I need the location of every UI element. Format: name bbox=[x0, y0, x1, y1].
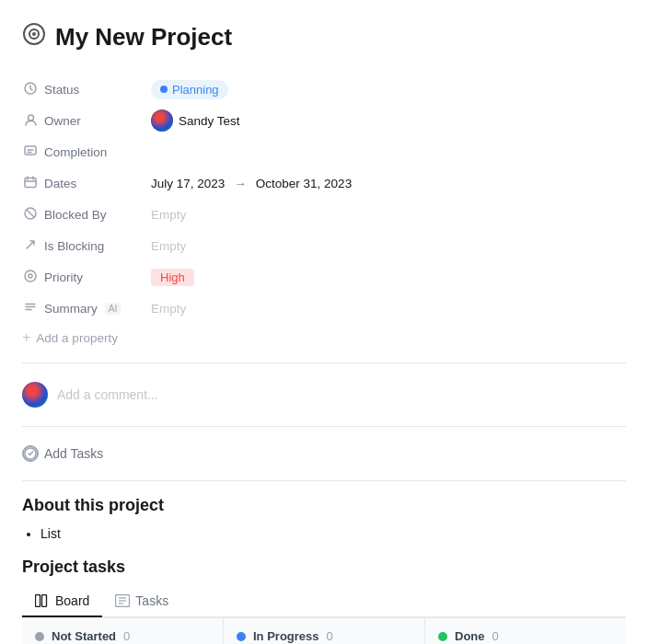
add-tasks-label[interactable]: Add Tasks bbox=[44, 446, 103, 461]
tasks-icon bbox=[115, 594, 130, 607]
about-section: About this project List bbox=[22, 496, 626, 543]
svg-point-2 bbox=[32, 32, 36, 36]
comment-placeholder[interactable]: Add a comment... bbox=[57, 387, 158, 402]
project-icon bbox=[22, 22, 46, 52]
page-title: My New Project bbox=[55, 23, 232, 52]
ai-badge: AI bbox=[105, 303, 121, 315]
property-priority-row: Priority High bbox=[22, 261, 626, 293]
kanban-container: Not Started 0 + New In Progress 0 + New bbox=[22, 617, 626, 644]
property-status-row: Status Planning bbox=[22, 74, 626, 105]
summary-value[interactable]: Empty bbox=[151, 302, 186, 316]
properties-section: Status Planning Owner S bbox=[22, 74, 626, 351]
priority-icon bbox=[22, 270, 39, 285]
owner-icon bbox=[22, 113, 39, 129]
list-item[interactable]: List bbox=[40, 524, 626, 543]
svg-rect-13 bbox=[42, 595, 47, 607]
date-start: July 17, 2023 bbox=[151, 177, 225, 190]
date-end: October 31, 2023 bbox=[256, 177, 352, 190]
col-count-not-started: 0 bbox=[123, 629, 130, 643]
tab-board[interactable]: Board bbox=[22, 586, 102, 617]
status-value[interactable]: Planning bbox=[151, 80, 228, 99]
dates-icon bbox=[22, 176, 39, 191]
divider-1 bbox=[22, 362, 626, 363]
priority-value[interactable]: High bbox=[151, 269, 194, 286]
property-blocked-by-row: Blocked By Empty bbox=[22, 199, 626, 230]
is-blocking-icon bbox=[22, 238, 39, 254]
status-badge[interactable]: Planning bbox=[151, 80, 228, 99]
col-header-done: Done 0 bbox=[438, 629, 613, 643]
summary-label: Summary AI bbox=[22, 301, 151, 316]
col-title-in-progress: In Progress bbox=[253, 629, 319, 643]
tabs-row: Board Tasks bbox=[22, 586, 626, 617]
col-dot-in-progress bbox=[237, 632, 246, 641]
completion-icon bbox=[22, 144, 39, 160]
about-list: List bbox=[22, 524, 626, 543]
blocked-by-value[interactable]: Empty bbox=[151, 208, 186, 222]
kanban-column-done: Done 0 + New bbox=[425, 618, 626, 644]
col-dot-not-started bbox=[35, 632, 44, 641]
tab-board-label: Board bbox=[55, 593, 89, 608]
avatar bbox=[151, 109, 173, 132]
col-header-in-progress: In Progress 0 bbox=[237, 629, 411, 643]
comment-avatar bbox=[22, 382, 48, 408]
summary-icon bbox=[22, 301, 39, 316]
property-completion-row: Completion bbox=[22, 136, 626, 167]
project-tasks-section: Project tasks Board Tasks bbox=[22, 558, 626, 644]
col-header-not-started: Not Started 0 bbox=[35, 629, 210, 643]
project-tasks-title: Project tasks bbox=[22, 558, 626, 577]
svg-line-8 bbox=[27, 210, 34, 217]
kanban-column-not-started: Not Started 0 + New bbox=[22, 618, 224, 644]
dates-arrow: → bbox=[234, 177, 247, 190]
board-icon bbox=[35, 594, 50, 607]
property-owner-row: Owner Sandy Test bbox=[22, 105, 626, 136]
svg-point-9 bbox=[25, 270, 36, 282]
blocked-by-label: Blocked By bbox=[22, 207, 151, 223]
status-icon bbox=[22, 82, 39, 98]
tab-tasks[interactable]: Tasks bbox=[102, 586, 181, 617]
owner-label: Owner bbox=[22, 113, 151, 129]
col-count-done: 0 bbox=[492, 629, 499, 643]
add-tasks-icon bbox=[22, 445, 39, 462]
kanban-column-in-progress: In Progress 0 + New bbox=[224, 618, 425, 644]
priority-badge[interactable]: High bbox=[151, 269, 194, 286]
divider-3 bbox=[22, 480, 626, 481]
add-tasks-row[interactable]: Add Tasks bbox=[22, 438, 626, 469]
col-title-done: Done bbox=[455, 629, 485, 643]
add-property-label[interactable]: Add a property bbox=[36, 331, 118, 345]
svg-rect-6 bbox=[25, 178, 36, 187]
divider-2 bbox=[22, 426, 626, 427]
property-dates-row: Dates July 17, 2023 → October 31, 2023 bbox=[22, 167, 626, 199]
svg-rect-12 bbox=[36, 595, 40, 607]
page-header: My New Project bbox=[22, 22, 626, 52]
add-property-plus-icon: + bbox=[22, 329, 30, 346]
dates-label: Dates bbox=[22, 176, 151, 191]
owner-value[interactable]: Sandy Test bbox=[151, 109, 240, 132]
col-dot-done bbox=[438, 632, 447, 641]
property-is-blocking-row: Is Blocking Empty bbox=[22, 230, 626, 261]
col-count-in-progress: 0 bbox=[327, 629, 333, 643]
svg-point-4 bbox=[28, 115, 33, 121]
svg-point-10 bbox=[29, 274, 32, 278]
about-title: About this project bbox=[22, 496, 626, 515]
comment-section: Add a comment... bbox=[22, 374, 626, 415]
dates-value[interactable]: July 17, 2023 → October 31, 2023 bbox=[151, 177, 352, 190]
blocked-by-icon bbox=[22, 207, 39, 223]
status-label: Status bbox=[22, 82, 151, 98]
is-blocking-label: Is Blocking bbox=[22, 238, 151, 254]
add-property-row[interactable]: + Add a property bbox=[22, 324, 626, 351]
priority-label: Priority bbox=[22, 270, 151, 285]
tab-tasks-label: Tasks bbox=[135, 593, 168, 608]
property-summary-row: Summary AI Empty bbox=[22, 293, 626, 324]
completion-label: Completion bbox=[22, 144, 151, 160]
col-title-not-started: Not Started bbox=[52, 629, 116, 643]
page-container: My New Project Status Planning bbox=[0, 0, 648, 644]
is-blocking-value[interactable]: Empty bbox=[151, 239, 186, 253]
